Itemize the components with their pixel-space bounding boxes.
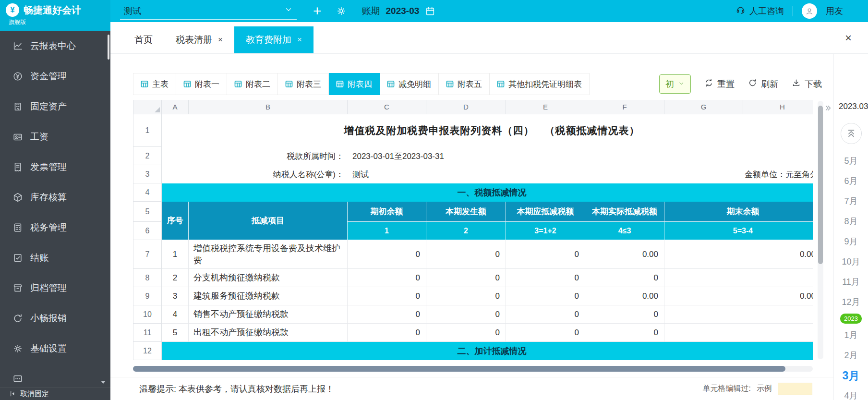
sheet-tab-reduction-detail[interactable]: 减免明细 [380, 73, 439, 95]
grid-cell[interactable]: 0 [506, 305, 585, 324]
grid-cell[interactable]: 0 [506, 324, 585, 342]
sidebar-item-closing[interactable]: 结账 [0, 242, 110, 273]
row-number[interactable]: 3 [133, 165, 162, 183]
sheet-tab-annex4[interactable]: 附表四 [329, 73, 380, 95]
init-period-dropdown[interactable]: 初 [659, 74, 691, 94]
month-item[interactable]: 7月 [844, 191, 857, 211]
company-select[interactable]: 测试 [120, 3, 297, 20]
close-tab-icon[interactable]: × [218, 35, 223, 45]
row-number[interactable]: 5 [133, 202, 162, 222]
column-header[interactable]: G [664, 100, 743, 114]
grid-cell[interactable]: 0 [348, 305, 426, 324]
grid-cell[interactable]: 销售不动产预征缴纳税款 [189, 305, 348, 324]
month-item[interactable]: 12月 [842, 292, 860, 312]
row-number[interactable]: 9 [133, 287, 162, 305]
header-col[interactable]: 本期应抵减税额 [506, 202, 585, 222]
grid-cell[interactable]: 0 [348, 287, 426, 305]
collapse-panel-icon[interactable] [824, 104, 832, 112]
grid-cell[interactable]: 4 [162, 305, 189, 324]
grid-cell[interactable]: 0 [506, 240, 585, 269]
sidebar-item-salary[interactable]: 工资 [0, 121, 110, 152]
grid-cell[interactable]: 建筑服务预征缴纳税款 [189, 287, 348, 305]
grid-cell[interactable]: 0 [348, 269, 426, 287]
header-col[interactable]: 期初余额 [348, 202, 426, 222]
avatar[interactable] [802, 3, 817, 19]
close-tab-icon[interactable]: × [297, 35, 302, 45]
sidebar-item-invoice[interactable]: 发票管理 [0, 152, 110, 182]
grid-cell[interactable]: 0 [585, 305, 664, 324]
grid-cell[interactable]: 0 [426, 269, 506, 287]
close-all-icon[interactable]: × [845, 31, 852, 45]
column-header[interactable]: H [743, 100, 813, 114]
grid-cell[interactable] [664, 269, 813, 287]
sidebar-item-reimburse[interactable]: 小畅报销 [0, 303, 110, 333]
calendar-icon[interactable] [425, 6, 435, 16]
grid-cell[interactable]: 0 [348, 240, 426, 269]
month-item[interactable]: 6月 [844, 171, 857, 191]
select-all-corner[interactable] [133, 100, 162, 114]
report-title-cell[interactable]: 增值税及附加税费申报表附列资料（四） （税额抵减情况表） [162, 114, 813, 147]
taxpayer-label-cell[interactable]: 纳税人名称(公章)： [162, 165, 348, 183]
grid-cell[interactable]: 0 [506, 287, 585, 305]
header-num[interactable]: 5=3-4 [664, 222, 813, 240]
grid-cell[interactable]: 0.00 [585, 240, 664, 269]
tab-tax-register[interactable]: 税表清册 × [164, 26, 234, 53]
grid-cell[interactable]: 0 [585, 324, 664, 342]
row-number[interactable]: 7 [133, 240, 162, 269]
sheet-tab-other-deduction[interactable]: 其他扣税凭证明细表 [490, 73, 590, 95]
month-item-active[interactable]: 3月 [843, 365, 860, 386]
sidebar-item-funds[interactable]: 资金管理 [0, 61, 110, 91]
month-item[interactable]: 11月 [842, 272, 860, 292]
header-num[interactable]: 1 [348, 222, 426, 240]
tab-home[interactable]: 首页 [123, 26, 164, 53]
period-value-cell[interactable]: 2023-03-01至2023-03-31 [348, 147, 585, 165]
sheet-tab-annex5[interactable]: 附表五 [439, 73, 490, 95]
sidebar-scroll-down-icon[interactable] [101, 381, 106, 384]
tab-education-surcharge[interactable]: 教育费附加 × [234, 26, 313, 53]
header-col[interactable]: 期末余额 [664, 202, 813, 222]
grid-cell[interactable]: 0 [426, 324, 506, 342]
reset-button[interactable]: 重置 [704, 78, 735, 90]
grid-vertical-scrollbar[interactable] [818, 101, 823, 359]
grid-cell[interactable]: 0.00 [585, 287, 664, 305]
month-item[interactable]: 10月 [842, 252, 860, 272]
sheet-tab-annex3[interactable]: 附表三 [278, 73, 329, 95]
grid-cell[interactable]: 0 [426, 240, 506, 269]
user-name[interactable]: 用友 [826, 5, 843, 17]
header-num[interactable]: 2 [426, 222, 506, 240]
column-header[interactable]: A [162, 100, 189, 114]
grid-horizontal-scrollbar[interactable] [133, 366, 813, 372]
column-header[interactable]: F [585, 100, 664, 114]
sidebar-item-tax[interactable]: 税务管理 [0, 212, 110, 242]
sheet-tab-annex1[interactable]: 附表一 [176, 73, 227, 95]
taxpayer-value-cell[interactable]: 测试 [348, 165, 506, 183]
download-button[interactable]: 下载 [792, 78, 822, 90]
add-account-button[interactable]: + [313, 4, 322, 18]
row-number[interactable]: 6 [133, 222, 162, 240]
sidebar-item-report-center[interactable]: 云报表中心 [0, 31, 110, 61]
unpin-sidebar-button[interactable]: 取消固定 [0, 387, 110, 400]
grid-cell[interactable]: 0 [585, 269, 664, 287]
grid-cell[interactable]: 2 [162, 269, 189, 287]
row-number[interactable]: 10 [133, 305, 162, 324]
grid-cell[interactable]: 0 [426, 287, 506, 305]
header-num[interactable]: 4≤3 [585, 222, 664, 240]
settings-gear-icon[interactable] [336, 6, 347, 16]
grid-cell[interactable]: 0 [426, 305, 506, 324]
header-seq[interactable]: 序号 [162, 202, 189, 240]
month-item[interactable]: 2月 [844, 345, 857, 365]
grid-cell[interactable] [664, 305, 813, 324]
column-header[interactable]: B [189, 100, 348, 114]
section1-banner[interactable]: 一、税额抵减情况 [162, 183, 813, 202]
sidebar-item-fixed-assets[interactable]: 固定资产 [0, 91, 110, 121]
sidebar-item-archive[interactable]: 归档管理 [0, 273, 110, 303]
header-col[interactable]: 本期发生额 [426, 202, 506, 222]
month-item[interactable]: 8月 [844, 211, 857, 231]
grid-cell[interactable] [664, 324, 813, 342]
grid-cell[interactable]: 5 [162, 324, 189, 342]
row-number[interactable]: 1 [133, 114, 162, 147]
grid-cell[interactable]: 出租不动产预征缴纳税款 [189, 324, 348, 342]
period-value[interactable]: 2023-03 [386, 6, 420, 16]
month-item[interactable]: 1月 [844, 325, 857, 345]
grid-cell[interactable]: 增值税税控系统专用设备费及技术维护费 [189, 240, 348, 269]
